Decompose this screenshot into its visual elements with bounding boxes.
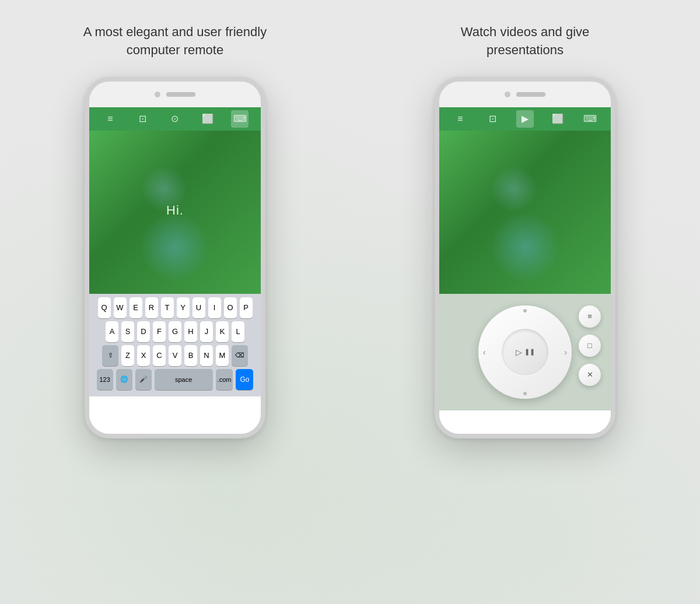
key-l[interactable]: L <box>232 321 244 342</box>
key-r[interactable]: R <box>145 297 158 318</box>
left-panel: A most elegant and user friendly compute… <box>0 0 350 604</box>
main-container: A most elegant and user friendly compute… <box>0 0 700 604</box>
right-panel: Watch videos and give presentations ≡ ⊡ … <box>350 0 700 604</box>
toolbar-display-icon-left[interactable]: ⊡ <box>134 110 151 128</box>
remote-dot-top <box>523 309 527 312</box>
key-a[interactable]: A <box>106 321 118 342</box>
speaker-right <box>516 92 545 97</box>
toolbar-play-icon-right[interactable]: ▶ <box>516 110 534 128</box>
toolbar-window-icon-right[interactable]: ⬜ <box>549 110 566 128</box>
left-app-toolbar: ≡ ⊡ ⊙ ⬜ ⌨ <box>89 107 261 131</box>
key-dotcom[interactable]: .com <box>216 369 233 390</box>
key-m[interactable]: M <box>216 345 229 366</box>
toolbar-menu-icon-right[interactable]: ≡ <box>452 110 469 128</box>
left-iphone-screen: ≡ ⊡ ⊙ ⬜ ⌨ Hi. Q W E R <box>89 107 261 434</box>
key-g[interactable]: G <box>169 321 181 342</box>
camera-dot-right <box>505 92 510 97</box>
right-iphone-frame: ≡ ⊡ ▶ ⬜ ⌨ ‹ <box>435 77 615 438</box>
remote-stop-button[interactable]: □ <box>579 335 601 357</box>
key-w[interactable]: W <box>114 297 127 318</box>
iphone-top-bar-right <box>439 82 611 107</box>
camera-dot-left <box>155 92 160 97</box>
keyboard-row-3: ⇧ Z X C V B N M ⌫ <box>90 345 260 366</box>
remote-dot-bottom <box>523 392 527 395</box>
key-n[interactable]: N <box>200 345 213 366</box>
remote-menu-button[interactable]: ≡ <box>579 305 601 328</box>
key-e[interactable]: E <box>130 297 142 318</box>
key-y[interactable]: Y <box>177 297 190 318</box>
key-space[interactable]: space <box>155 369 213 390</box>
dpad-container: ‹ ▷ ❚❚ › ≡ □ ✕ <box>478 305 572 399</box>
play-icon: ▷ <box>516 347 522 357</box>
remote-close-button[interactable]: ✕ <box>579 364 601 386</box>
key-p[interactable]: P <box>240 297 253 318</box>
pause-icon: ❚❚ <box>524 348 535 356</box>
key-123[interactable]: 123 <box>97 369 113 390</box>
keyboard-area: Q W E R T Y U I O P A S <box>89 294 261 396</box>
key-c[interactable]: C <box>153 345 166 366</box>
left-iphone-frame: ≡ ⊡ ⊙ ⬜ ⌨ Hi. Q W E R <box>85 77 265 438</box>
toolbar-play-icon-left[interactable]: ⊙ <box>166 110 184 128</box>
green-touchpad-right[interactable] <box>439 131 611 294</box>
key-u[interactable]: U <box>192 297 205 318</box>
right-iphone-screen: ≡ ⊡ ▶ ⬜ ⌨ ‹ <box>439 107 611 434</box>
keyboard-row-2: A S D F G H J K L <box>90 321 260 342</box>
keyboard-row-4: 123 🌐 🎤 space .com Go <box>90 369 260 390</box>
speaker-left <box>166 92 195 97</box>
toolbar-keyboard-icon-right[interactable]: ⌨ <box>581 110 598 128</box>
key-i[interactable]: I <box>208 297 221 318</box>
key-x[interactable]: X <box>137 345 150 366</box>
keyboard-row-1: Q W E R T Y U I O P <box>90 297 260 318</box>
key-t[interactable]: T <box>161 297 174 318</box>
remote-side-buttons: ≡ □ ✕ <box>579 305 601 386</box>
key-k[interactable]: K <box>216 321 229 342</box>
key-go[interactable]: Go <box>236 369 253 390</box>
toolbar-keyboard-icon-left[interactable]: ⌨ <box>231 110 249 128</box>
green-touchpad-left[interactable]: Hi. <box>89 131 261 294</box>
remote-control-area: ‹ ▷ ❚❚ › ≡ □ ✕ <box>439 294 611 410</box>
left-panel-title: A most elegant and user friendly compute… <box>76 23 274 59</box>
key-f[interactable]: F <box>153 321 166 342</box>
key-mic[interactable]: 🎤 <box>135 369 152 390</box>
key-v[interactable]: V <box>169 345 181 366</box>
key-s[interactable]: S <box>121 321 134 342</box>
key-shift[interactable]: ⇧ <box>102 345 118 366</box>
key-b[interactable]: B <box>184 345 197 366</box>
toolbar-window-icon-left[interactable]: ⬜ <box>199 110 216 128</box>
remote-dpad[interactable]: ‹ ▷ ❚❚ › <box>478 305 572 399</box>
iphone-top-bar-left <box>89 82 261 107</box>
key-q[interactable]: Q <box>98 297 111 318</box>
key-backspace[interactable]: ⌫ <box>232 345 248 366</box>
key-d[interactable]: D <box>137 321 150 342</box>
remote-arrow-right[interactable]: › <box>564 347 567 357</box>
hi-text: Hi. <box>166 203 184 218</box>
key-h[interactable]: H <box>184 321 197 342</box>
remote-play-pause-button[interactable]: ▷ ❚❚ <box>502 329 548 375</box>
remote-arrow-left[interactable]: ‹ <box>483 347 486 357</box>
key-o[interactable]: O <box>224 297 237 318</box>
key-globe[interactable]: 🌐 <box>116 369 132 390</box>
toolbar-menu-icon-left[interactable]: ≡ <box>102 110 119 128</box>
toolbar-display-icon-right[interactable]: ⊡ <box>484 110 501 128</box>
right-app-toolbar: ≡ ⊡ ▶ ⬜ ⌨ <box>439 107 611 131</box>
key-j[interactable]: J <box>200 321 213 342</box>
key-z[interactable]: Z <box>121 345 134 366</box>
right-panel-title: Watch videos and give presentations <box>426 23 624 59</box>
